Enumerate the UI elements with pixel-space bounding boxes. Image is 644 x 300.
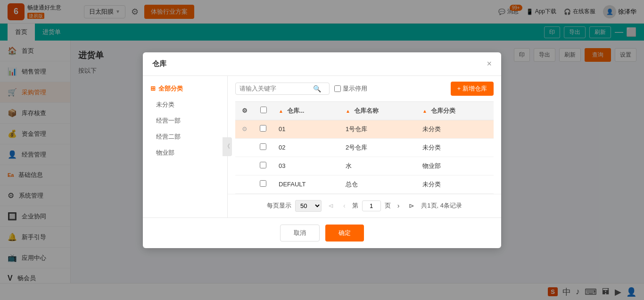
grid-icon: ⊞ <box>150 85 156 92</box>
modal-title: 仓库 <box>152 59 166 68</box>
table-toolbar: 🔍 显示停用 + 新增仓库 <box>228 76 501 101</box>
row-name-2: 2号仓库 <box>340 138 417 157</box>
category-item-1[interactable]: 经营一部 <box>143 113 227 129</box>
category-item-2[interactable]: 经营二部 <box>143 129 227 145</box>
sort-icon-name: ▲ <box>346 108 350 114</box>
cancel-button[interactable]: 取消 <box>280 225 320 242</box>
row-name-4: 总仓 <box>340 175 417 193</box>
category-item-0[interactable]: 未分类 <box>143 97 227 113</box>
table-row[interactable]: DEFAULT 总仓 未分类 <box>235 175 494 193</box>
table-row[interactable]: 02 2号仓库 未分类 <box>235 138 494 157</box>
row-checkbox-3[interactable] <box>260 162 266 168</box>
first-page-button[interactable]: ⊲ <box>325 201 337 210</box>
table-row[interactable]: 03 水 物业部 <box>235 157 494 175</box>
modal-overlay: 仓库 × ⊞ 全部分类 未分类 经营一部 经营二部 <box>0 0 644 300</box>
row-category-1: 未分类 <box>417 120 494 138</box>
prev-page-button[interactable]: ‹ <box>340 201 348 210</box>
show-disabled-checkbox[interactable] <box>334 85 341 92</box>
row-checkbox-1[interactable] <box>260 125 266 132</box>
row-checkbox-4[interactable] <box>260 180 266 187</box>
row-gear-cell <box>235 157 254 175</box>
row-check-cell <box>254 120 273 138</box>
category-panel: ⊞ 全部分类 未分类 经营一部 经营二部 物业部 《 <box>143 76 228 217</box>
page-number-input[interactable] <box>362 200 381 211</box>
search-icon[interactable]: 🔍 <box>313 85 321 92</box>
add-warehouse-button[interactable]: + 新增仓库 <box>451 82 494 96</box>
row-code-2: 02 <box>273 138 340 157</box>
search-box: 🔍 <box>235 83 330 95</box>
row-check-cell <box>254 157 273 175</box>
col-header-check <box>254 101 273 120</box>
row-check-cell <box>254 175 273 193</box>
row-code-1: 01 <box>273 120 340 138</box>
category-all-label: 全部分类 <box>158 84 183 93</box>
table-row[interactable]: ⚙ 01 1号仓库 未分类 <box>235 120 494 138</box>
confirm-button[interactable]: 确定 <box>325 225 364 242</box>
row-gear-cell <box>235 175 254 193</box>
warehouse-modal: 仓库 × ⊞ 全部分类 未分类 经营一部 经营二部 <box>143 52 501 248</box>
warehouse-table-container: ⚙ ▲ 仓库... ▲ 仓库名称 <box>228 101 501 194</box>
row-code-4: DEFAULT <box>273 175 340 193</box>
row-category-2: 未分类 <box>417 138 494 157</box>
modal-header: 仓库 × <box>143 52 501 76</box>
row-name-1: 1号仓库 <box>340 120 417 138</box>
search-input[interactable] <box>239 85 310 92</box>
modal-footer: 取消 确定 <box>143 217 501 248</box>
category-header-all[interactable]: ⊞ 全部分类 <box>143 81 227 97</box>
col-header-code: ▲ 仓库... <box>273 101 340 120</box>
show-disabled-label[interactable]: 显示停用 <box>334 84 367 93</box>
page-unit-label: 页 <box>385 201 391 210</box>
col-header-gear: ⚙ <box>235 101 254 120</box>
sort-icon: ▲ <box>279 108 283 114</box>
category-item-3[interactable]: 物业部 <box>143 145 227 161</box>
per-page-select[interactable]: 50 10 20 100 <box>295 200 322 212</box>
row-code-3: 03 <box>273 157 340 175</box>
last-page-button[interactable]: ⊳ <box>406 201 417 210</box>
modal-close-button[interactable]: × <box>487 59 492 69</box>
select-all-checkbox[interactable] <box>260 107 267 113</box>
pagination: 每页显示 50 10 20 100 ⊲ ‹ 第 页 › ⊳ 共1页, 4条记录 <box>228 194 501 217</box>
page-label: 第 <box>352 201 358 210</box>
total-info: 共1页, 4条记录 <box>421 201 462 210</box>
per-page-label: 每页显示 <box>267 201 291 210</box>
table-panel: 🔍 显示停用 + 新增仓库 ⚙ <box>228 76 501 217</box>
row-category-4: 未分类 <box>417 175 494 193</box>
sort-icon-cat: ▲ <box>422 108 427 114</box>
row-check-cell <box>254 138 273 157</box>
row-name-3: 水 <box>340 157 417 175</box>
row-gear-cell: ⚙ <box>235 120 254 138</box>
col-header-name: ▲ 仓库名称 <box>340 101 417 120</box>
col-header-category: ▲ 仓库分类 <box>417 101 494 120</box>
row-category-3: 物业部 <box>417 157 494 175</box>
row-gear-cell <box>235 138 254 157</box>
next-page-button[interactable]: › <box>395 201 403 210</box>
collapse-panel-button[interactable]: 《 <box>223 137 232 156</box>
row-checkbox-2[interactable] <box>260 143 266 150</box>
warehouse-table: ⚙ ▲ 仓库... ▲ 仓库名称 <box>235 101 494 194</box>
modal-body: ⊞ 全部分类 未分类 经营一部 经营二部 物业部 《 <box>143 76 501 217</box>
